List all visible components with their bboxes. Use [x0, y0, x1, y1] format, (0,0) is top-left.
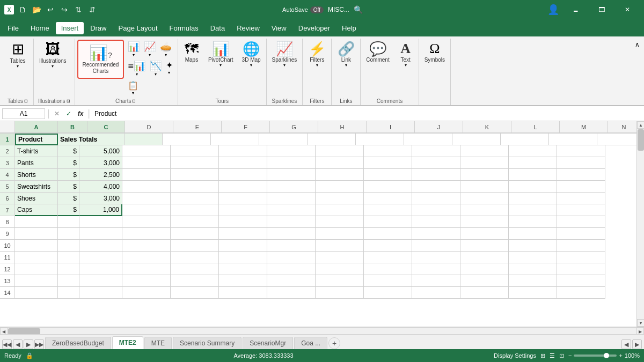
cell-L12[interactable]	[509, 263, 557, 275]
cell-E4[interactable]	[171, 169, 219, 181]
cell-F9[interactable]	[219, 228, 267, 240]
cell-F11[interactable]	[219, 252, 267, 263]
cell-K4[interactable]	[460, 169, 509, 181]
cell-E9[interactable]	[171, 228, 219, 240]
tables-expand-icon[interactable]: ⊡	[24, 99, 28, 104]
bar-chart-dropdown[interactable]: ▾	[136, 72, 138, 77]
cell-I10[interactable]	[364, 240, 412, 252]
cell-K6[interactable]	[460, 193, 509, 204]
cell-G9[interactable]	[267, 228, 316, 240]
horizontal-scrollbar[interactable]: ◀ ▶	[0, 327, 644, 334]
cell-J4[interactable]	[412, 169, 460, 181]
menu-insert[interactable]: Insert	[56, 22, 84, 34]
cell-C10[interactable]	[79, 240, 122, 252]
cell-L14[interactable]	[509, 287, 557, 299]
cell-C13[interactable]	[79, 275, 122, 287]
cell-J8[interactable]	[412, 216, 460, 228]
cell-B3[interactable]: $	[58, 157, 79, 169]
menu-view[interactable]: View	[266, 22, 292, 34]
area-chart-button[interactable]: 📉 ▾	[148, 59, 163, 78]
cell-H10[interactable]	[316, 240, 364, 252]
cell-E5[interactable]	[171, 181, 219, 193]
sheet-tab-goa[interactable]: Goa ...	[294, 337, 327, 349]
charts-expand-icon[interactable]: ⊡	[132, 99, 136, 104]
cell-C2[interactable]: 5,000	[79, 145, 122, 157]
cell-L4[interactable]	[509, 169, 557, 181]
cell-E3[interactable]	[171, 157, 219, 169]
col-header-A[interactable]: A	[15, 121, 58, 133]
cell-F5[interactable]	[219, 181, 267, 193]
sheet-scroll-right[interactable]: ▶	[632, 339, 642, 349]
cell-A6[interactable]: Shoes	[15, 193, 58, 204]
cell-H9[interactable]	[316, 228, 364, 240]
text-button[interactable]: A Text ▾	[395, 40, 416, 70]
cell-A1[interactable]: Product	[15, 134, 58, 145]
cell-K13[interactable]	[460, 275, 509, 287]
tables-button[interactable]: ⊞ Tables ▾	[4, 40, 31, 71]
cell-H6[interactable]	[316, 193, 364, 204]
search-icon[interactable]: 🔍	[354, 5, 363, 14]
cell-C3[interactable]: 3,000	[79, 157, 122, 169]
cell-I13[interactable]	[364, 275, 412, 287]
sparklines-button[interactable]: 📈 Sparklines ▾	[269, 40, 301, 70]
cell-D10[interactable]	[122, 240, 171, 252]
link-button[interactable]: 🔗 Link ▾	[334, 40, 358, 70]
cell-F4[interactable]	[219, 169, 267, 181]
sheet-tab-scenario-summary[interactable]: Scenario Summary	[173, 337, 241, 349]
cell-D8[interactable]	[122, 216, 171, 228]
cell-M9[interactable]	[557, 228, 605, 240]
cell-E10[interactable]	[171, 240, 219, 252]
cell-I1[interactable]	[404, 134, 452, 145]
cell-C11[interactable]	[79, 252, 122, 263]
display-settings-button[interactable]: Display Settings	[494, 352, 536, 359]
pie-chart-dropdown[interactable]: ▾	[165, 53, 167, 57]
filters-dropdown-icon[interactable]: ▾	[316, 63, 318, 68]
cell-M5[interactable]	[557, 181, 605, 193]
row-header-12[interactable]: 12	[0, 263, 15, 275]
cell-G3[interactable]	[267, 157, 316, 169]
cell-M8[interactable]	[557, 216, 605, 228]
cell-E2[interactable]	[171, 145, 219, 157]
cell-A10[interactable]	[15, 240, 58, 252]
col-header-E[interactable]: E	[173, 121, 222, 133]
row-header-13[interactable]: 13	[0, 275, 15, 287]
cell-B10[interactable]	[58, 240, 79, 252]
cell-J10[interactable]	[412, 240, 460, 252]
cell-H13[interactable]	[316, 275, 364, 287]
menu-page-layout[interactable]: Page Layout	[113, 22, 163, 34]
col-header-G[interactable]: G	[270, 121, 318, 133]
row-header-2[interactable]: 2	[0, 145, 15, 157]
sheet-nav-prev[interactable]: ◀	[13, 339, 23, 349]
row-header-11[interactable]: 11	[0, 252, 15, 263]
cell-J5[interactable]	[412, 181, 460, 193]
cell-L10[interactable]	[509, 240, 557, 252]
cell-B4[interactable]: $	[58, 169, 79, 181]
cell-A5[interactable]: Sweatshirts	[15, 181, 58, 193]
cell-E8[interactable]	[171, 216, 219, 228]
collapse-ribbon-button[interactable]: ∧	[633, 39, 642, 50]
col-header-F[interactable]: F	[222, 121, 270, 133]
col-header-C[interactable]: C	[87, 121, 125, 133]
cell-A7[interactable]: Caps	[15, 204, 58, 216]
cell-G1[interactable]	[308, 134, 356, 145]
sheet-tab-scenariomgr[interactable]: ScenarioMgr	[243, 337, 293, 349]
other-chart-button[interactable]: 📋 ▾	[126, 79, 140, 97]
illustrations-expand-icon[interactable]: ⊡	[67, 99, 70, 104]
cell-H7[interactable]	[316, 204, 364, 216]
cell-F13[interactable]	[219, 275, 267, 287]
cell-E7[interactable]	[171, 204, 219, 216]
formula-input[interactable]	[92, 109, 642, 119]
line-chart-dropdown[interactable]: ▾	[149, 53, 151, 57]
cell-G8[interactable]	[267, 216, 316, 228]
cell-C12[interactable]	[79, 263, 122, 275]
new-button[interactable]: 🗋	[17, 4, 28, 15]
zoom-thumb[interactable]	[604, 353, 609, 358]
undo-button[interactable]: ↩	[45, 4, 56, 15]
cell-I11[interactable]	[364, 252, 412, 263]
tables-dropdown-icon[interactable]: ▾	[17, 64, 19, 69]
cell-D14[interactable]	[122, 287, 171, 299]
cell-E12[interactable]	[171, 263, 219, 275]
row-header-5[interactable]: 5	[0, 181, 15, 193]
row-header-6[interactable]: 6	[0, 193, 15, 204]
pie-chart-button[interactable]: 🥧 ▾	[158, 40, 173, 58]
